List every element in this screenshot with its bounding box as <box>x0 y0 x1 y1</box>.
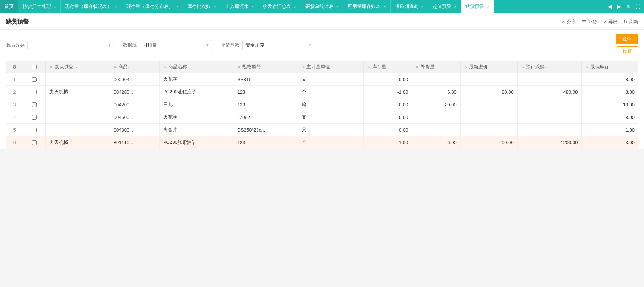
tab-summary[interactable]: 收发存汇总表 × <box>258 0 301 13</box>
row-replenish <box>412 124 460 136</box>
base-select[interactable]: 安全库存 ▾ <box>242 40 314 50</box>
row-checkbox[interactable] <box>32 140 37 145</box>
tab-overstock[interactable]: 超储预警 × <box>428 0 461 13</box>
export-button[interactable]: ↗ 导出 <box>603 19 618 25</box>
tab-stock-distribution[interactable]: 现存量（库存分布表） × <box>122 0 183 13</box>
tab-close-all-button[interactable]: ✕ <box>624 3 632 10</box>
th-supplier[interactable]: ⇅ 默认供应... <box>46 61 110 73</box>
th-settings[interactable]: ⚙ <box>6 61 23 73</box>
tab-expand-button[interactable]: ⛶ <box>633 3 643 10</box>
th-min-stock[interactable]: ⇅ 最低库存 <box>582 61 638 73</box>
row-replenish <box>412 111 460 124</box>
row-code: 004200... <box>110 98 159 111</box>
row-index: 2 <box>6 86 23 98</box>
tab-close-icon[interactable]: × <box>421 4 423 9</box>
sort-icon: ⇅ <box>415 65 418 69</box>
datasource-select[interactable]: 可用量 ▾ <box>140 40 212 50</box>
th-spec[interactable]: ⇅ 规格型号 <box>234 61 298 73</box>
tab-close-icon[interactable]: × <box>176 4 178 9</box>
share-button[interactable]: ⎋ 分享 <box>562 19 576 25</box>
th-code[interactable]: ⇅ 商品... <box>110 61 159 73</box>
th-latest-price[interactable]: ⇅ 最新进价 <box>460 61 517 73</box>
table-row: 2 力天机械 004200... PC200油缸庄子 123 个 -1.00 6… <box>6 86 638 98</box>
tab-available-ledger[interactable]: 可用量库存账本 × <box>343 0 390 13</box>
row-name: PC200油缸庄子 <box>159 86 234 98</box>
settings-gear-icon[interactable]: ⚙ <box>9 64 19 70</box>
tab-order-stats[interactable]: 要货单统计表 × <box>301 0 343 13</box>
category-filter-group: 商品分类 ▾ <box>6 41 114 49</box>
row-code: 004200... <box>110 86 159 98</box>
sort-icon: ⇅ <box>163 65 166 69</box>
sort-icon: ⇅ <box>114 65 117 69</box>
row-min-stock: 3.00 <box>582 86 638 98</box>
row-supplier <box>46 111 110 124</box>
row-index: 4 <box>6 111 23 124</box>
category-select[interactable]: ▾ <box>27 41 114 49</box>
tab-shortage[interactable]: 缺货预警 × <box>461 0 494 13</box>
row-spec: DS250*23c... <box>234 124 298 136</box>
tab-close-icon[interactable]: × <box>294 4 296 9</box>
tab-close-icon[interactable]: × <box>252 4 254 9</box>
row-est-purchase <box>517 124 582 136</box>
row-name: 火花塞 <box>159 111 234 124</box>
tab-close-icon[interactable]: × <box>214 4 216 9</box>
row-index: 5 <box>6 124 23 136</box>
refresh-button[interactable]: ↻ 刷新 <box>623 19 638 25</box>
row-checkbox[interactable] <box>32 90 37 94</box>
tab-quality-date[interactable]: 保质期查询 × <box>391 0 428 13</box>
row-checkbox[interactable] <box>32 102 37 107</box>
th-name[interactable]: ⇅ 商品名称 <box>159 61 234 73</box>
row-est-purchase <box>517 111 582 124</box>
th-replenish[interactable]: ⇅ 补货量 <box>412 61 460 73</box>
row-spec: J7092 <box>234 111 298 124</box>
tab-close-icon[interactable]: × <box>383 4 386 9</box>
tab-close-icon[interactable]: × <box>115 4 117 9</box>
tab-home[interactable]: 首页 <box>0 0 18 13</box>
tab-flow[interactable]: 出入库流水 × <box>221 0 258 13</box>
row-checkbox-cell <box>23 111 46 124</box>
row-checkbox[interactable] <box>32 77 37 82</box>
row-checkbox[interactable] <box>32 115 37 120</box>
tab-close-icon[interactable]: × <box>336 4 339 9</box>
row-unit: 支 <box>298 73 364 86</box>
th-est-purchase[interactable]: ⇅ 预计采购... <box>517 61 582 73</box>
row-latest-price <box>460 111 517 124</box>
row-checkbox[interactable] <box>32 128 37 132</box>
table-row: 1 0000042 火花塞 SS816 支 0.00 8.00 <box>6 73 638 86</box>
query-button[interactable]: 查询 <box>616 34 638 44</box>
tab-close-icon[interactable]: × <box>454 4 456 9</box>
filter-bar: 商品分类 ▾ 数据源 可用量 ▾ 补货基数 安全库存 ▾ 查询 设置 <box>0 30 644 61</box>
tab-close-icon[interactable]: × <box>487 4 489 9</box>
tab-picking-exception[interactable]: 拣货异常处理 × <box>18 0 61 13</box>
row-unit: 只 <box>298 124 364 136</box>
base-filter-group: 补货基数 安全库存 ▾ <box>221 40 314 50</box>
filter-actions: 查询 设置 <box>616 34 638 56</box>
row-name: 三九 <box>159 98 234 111</box>
row-min-stock: 8.00 <box>582 111 638 124</box>
category-dropdown-icon: ▾ <box>109 43 111 48</box>
tab-batch-account[interactable]: 库存批次账 × <box>183 0 221 13</box>
tab-prev-button[interactable]: ◀ <box>606 3 614 10</box>
row-stock: 0.00 <box>364 98 412 111</box>
row-code: 801110... <box>110 136 159 149</box>
row-supplier: 力天机械 <box>46 136 110 149</box>
tab-stock-status[interactable]: 现存量（库存状况表） × <box>61 0 122 13</box>
select-all-checkbox[interactable] <box>32 65 37 69</box>
row-replenish: 6.00 <box>412 86 460 98</box>
replenish-button[interactable]: ☰ 补货 <box>582 19 597 25</box>
settings-button[interactable]: 设置 <box>617 46 638 56</box>
datasource-filter-group: 数据源 可用量 ▾ <box>123 40 212 50</box>
sort-icon: ⇅ <box>585 65 588 69</box>
row-spec: 123 <box>234 136 298 149</box>
tab-next-button[interactable]: ▶ <box>615 3 623 10</box>
row-stock: 0.00 <box>364 111 412 124</box>
row-spec: 123 <box>234 98 298 111</box>
row-name: 离合片 <box>159 124 234 136</box>
tab-close-icon[interactable]: × <box>54 4 56 9</box>
row-unit: 个 <box>298 136 364 149</box>
th-unit[interactable]: ⇅ 主计量单位 <box>298 61 364 73</box>
th-stock[interactable]: ⇅ 库存量 <box>364 61 412 73</box>
row-code: 004800... <box>110 124 159 136</box>
datasource-dropdown-icon: ▾ <box>206 43 209 48</box>
row-latest-price <box>460 124 517 136</box>
